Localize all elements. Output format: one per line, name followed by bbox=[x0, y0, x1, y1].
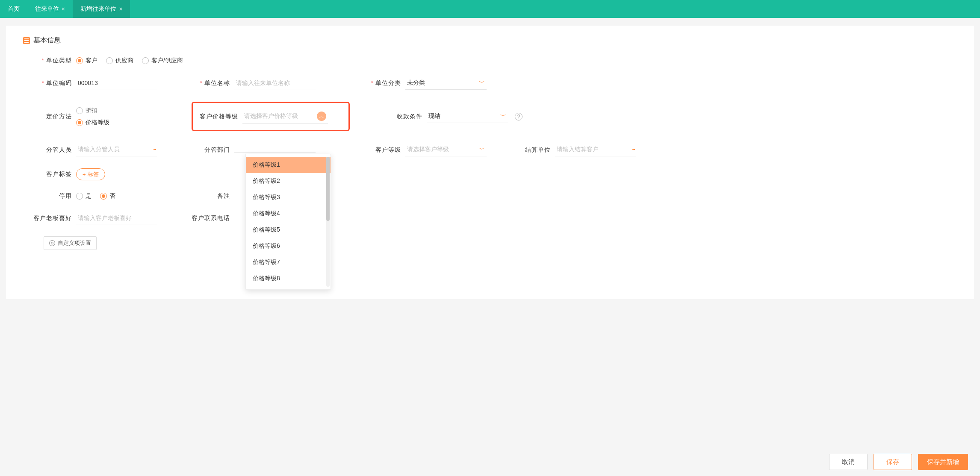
tab-label: 往来单位 bbox=[35, 5, 59, 13]
gear-icon bbox=[49, 240, 55, 246]
unit-code-input[interactable] bbox=[76, 77, 157, 89]
label-remark: 备注 bbox=[192, 192, 230, 200]
price-level-field-highlight: 客户价格等级 请选择客户价格等级 ︿ bbox=[192, 102, 350, 131]
label-price-level: 客户价格等级 bbox=[200, 113, 238, 120]
label-pricing-method: 定价方法 bbox=[33, 107, 72, 120]
radio-price-level[interactable]: 价格等级 bbox=[76, 119, 109, 126]
price-level-select[interactable]: 请选择客户价格等级 ︿ bbox=[242, 109, 328, 124]
radio-label: 客户 bbox=[86, 57, 97, 65]
radio-label: 否 bbox=[109, 192, 115, 200]
dropdown-option[interactable]: 价格等级2 bbox=[246, 173, 331, 189]
tab-label: 首页 bbox=[8, 5, 20, 13]
dropdown-option[interactable]: 价格等级8 bbox=[246, 270, 331, 287]
customer-level-select[interactable]: 请选择客户等级 ﹀ bbox=[405, 143, 487, 156]
section-title-text: 基本信息 bbox=[33, 36, 61, 45]
tab-units[interactable]: 往来单位 × bbox=[27, 0, 73, 18]
radio-dot-icon bbox=[76, 57, 83, 64]
dropdown-option[interactable]: 价格等级1 bbox=[246, 157, 331, 173]
label-customer-level: 客户等级 bbox=[363, 146, 401, 154]
select-value: 未分类 bbox=[407, 79, 479, 87]
radio-dot-icon bbox=[100, 193, 107, 200]
label-responsible-dept: 分管部门 bbox=[192, 146, 230, 154]
select-placeholder: 请输入结算客户 bbox=[557, 146, 632, 153]
tab-home[interactable]: 首页 bbox=[0, 0, 27, 18]
tab-new-unit[interactable]: 新增往来单位 × bbox=[73, 0, 130, 18]
label-receipt-condition: 收款条件 bbox=[384, 113, 422, 120]
unit-category-select[interactable]: 未分类 ﹀ bbox=[405, 76, 487, 90]
tab-label: 新增往来单位 bbox=[80, 5, 116, 13]
radio-no[interactable]: 否 bbox=[100, 192, 115, 200]
disabled-radio-group: 是 否 bbox=[76, 192, 157, 200]
radio-dot-icon bbox=[76, 119, 83, 126]
radio-both[interactable]: 客户/供应商 bbox=[142, 57, 183, 65]
dropdown-option[interactable]: 价格等级3 bbox=[246, 189, 331, 206]
dropdown-option[interactable]: 价格等级4 bbox=[246, 206, 331, 222]
boss-pref-input[interactable] bbox=[76, 212, 157, 224]
pricing-method-radio-group: 折扣 价格等级 bbox=[76, 107, 157, 126]
radio-discount[interactable]: 折扣 bbox=[76, 107, 97, 115]
help-icon[interactable]: ? bbox=[515, 113, 522, 120]
radio-label: 是 bbox=[86, 192, 92, 200]
scrollbar-thumb[interactable] bbox=[326, 157, 330, 221]
plus-icon: + bbox=[83, 171, 86, 178]
add-tag-button[interactable]: + 标签 bbox=[76, 168, 105, 180]
radio-label: 价格等级 bbox=[86, 119, 109, 126]
unit-type-radio-group: 客户 供应商 客户/供应商 bbox=[76, 57, 183, 65]
more-icon: ··· bbox=[632, 146, 635, 153]
close-icon[interactable]: × bbox=[62, 6, 65, 12]
select-placeholder: 请选择客户等级 bbox=[407, 146, 479, 153]
label-unit-code: 单位编码 bbox=[33, 79, 72, 87]
select-value: 现结 bbox=[428, 112, 500, 120]
radio-label: 折扣 bbox=[86, 107, 97, 115]
label-responsible-person: 分管人员 bbox=[33, 146, 72, 154]
tag-button-label: 标签 bbox=[88, 170, 99, 178]
settlement-unit-select[interactable]: 请输入结算客户 ··· bbox=[555, 143, 636, 156]
label-unit-type: 单位类型 bbox=[33, 57, 72, 65]
radio-supplier[interactable]: 供应商 bbox=[106, 57, 133, 65]
tab-bar: 首页 往来单位 × 新增往来单位 × bbox=[0, 0, 980, 18]
chevron-down-icon: ﹀ bbox=[479, 146, 485, 153]
unit-name-input[interactable] bbox=[234, 77, 316, 89]
label-unit-name: 单位名称 bbox=[192, 79, 230, 87]
close-icon[interactable]: × bbox=[119, 6, 122, 12]
custom-fields-label: 自定义项设置 bbox=[58, 239, 91, 247]
label-customer-tag: 客户标签 bbox=[33, 170, 72, 178]
label-settlement-unit: 结算单位 bbox=[521, 146, 551, 154]
label-boss-pref: 客户老板喜好 bbox=[33, 214, 72, 222]
radio-yes[interactable]: 是 bbox=[76, 192, 92, 200]
label-contact-phone: 客户联系电话 bbox=[192, 214, 230, 222]
form-icon bbox=[23, 37, 30, 44]
section-title: 基本信息 bbox=[23, 36, 957, 45]
responsible-dept-select[interactable] bbox=[234, 147, 316, 153]
page-content: 基本信息 单位类型 客户 供应商 客户/供应商 bbox=[6, 26, 974, 299]
radio-label: 供应商 bbox=[115, 57, 133, 65]
label-disabled: 停用 bbox=[33, 192, 72, 200]
radio-customer[interactable]: 客户 bbox=[76, 57, 97, 65]
chevron-down-icon: ﹀ bbox=[479, 79, 485, 87]
chevron-down-icon: ﹀ bbox=[500, 112, 506, 120]
more-icon: ··· bbox=[153, 146, 156, 153]
receipt-condition-select[interactable]: 现结 ﹀ bbox=[427, 110, 508, 123]
price-level-dropdown[interactable]: 价格等级1 价格等级2 价格等级3 价格等级4 价格等级5 价格等级6 价格等级… bbox=[245, 154, 331, 290]
select-placeholder: 请选择客户价格等级 bbox=[244, 112, 317, 120]
radio-dot-icon bbox=[142, 57, 149, 64]
radio-label: 客户/供应商 bbox=[151, 57, 183, 65]
label-unit-category: 单位分类 bbox=[363, 79, 401, 87]
select-placeholder: 请输入分管人员 bbox=[78, 146, 153, 153]
dropdown-option[interactable]: 价格等级5 bbox=[246, 222, 331, 238]
form: 单位类型 客户 供应商 客户/供应商 bbox=[23, 57, 957, 250]
radio-dot-icon bbox=[76, 193, 83, 200]
dropdown-option[interactable]: 价格等级7 bbox=[246, 254, 331, 270]
radio-dot-icon bbox=[106, 57, 113, 64]
dropdown-option[interactable]: 价格等级6 bbox=[246, 238, 331, 254]
chevron-up-icon: ︿ bbox=[317, 112, 326, 121]
custom-fields-button[interactable]: 自定义项设置 bbox=[44, 236, 97, 250]
radio-dot-icon bbox=[76, 107, 83, 114]
responsible-person-select[interactable]: 请输入分管人员 ··· bbox=[76, 143, 157, 156]
